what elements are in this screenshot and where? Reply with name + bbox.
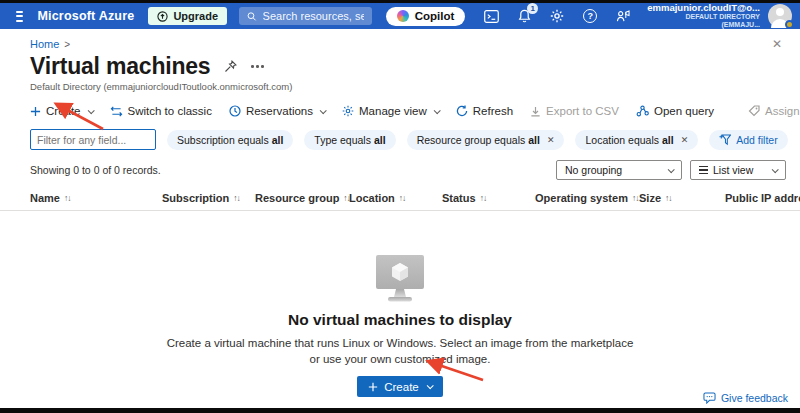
add-filter-icon <box>719 134 731 146</box>
open-query-button[interactable]: Open query <box>636 105 714 117</box>
remove-filter-icon[interactable]: ✕ <box>681 135 689 145</box>
empty-state-title: No virtual machines to display <box>288 311 512 329</box>
notifications-bell-icon[interactable]: 1 <box>516 8 532 24</box>
close-icon[interactable]: ✕ <box>768 37 786 51</box>
plus-icon <box>368 382 378 392</box>
gear-icon <box>342 105 354 117</box>
column-header-location[interactable]: Location↑↓ <box>349 192 442 204</box>
clock-icon <box>229 105 241 117</box>
azure-top-bar: Microsoft Azure Upgrade Copilot 1 ? <box>0 3 800 29</box>
chevron-down-icon <box>668 166 675 173</box>
refresh-button[interactable]: Refresh <box>456 105 513 117</box>
sort-icon: ↑↓ <box>665 193 672 203</box>
create-vm-button[interactable]: Create <box>357 376 443 397</box>
switch-icon <box>110 106 123 117</box>
hamburger-menu-icon[interactable] <box>16 11 23 22</box>
column-header-size[interactable]: Size↑↓ <box>639 192 725 204</box>
filter-pill-subscription[interactable]: Subscription equalsall <box>167 130 293 150</box>
account-menu[interactable]: emmajunior.cloudIT@o... DEFAULT DIRECTOR… <box>647 3 760 30</box>
manage-view-label: Manage view <box>359 105 427 117</box>
title-more-icon[interactable] <box>251 65 264 68</box>
azure-portal-window: Microsoft Azure Upgrade Copilot 1 ? <box>0 0 800 413</box>
upgrade-button[interactable]: Upgrade <box>148 7 227 25</box>
topbar-icon-group: 1 ? <box>483 8 631 24</box>
brand-title[interactable]: Microsoft Azure <box>37 9 134 23</box>
column-header-operating-system[interactable]: Operating system↑↓ <box>535 192 639 204</box>
upgrade-label: Upgrade <box>173 10 218 22</box>
reservations-label: Reservations <box>246 105 313 117</box>
page-title: Virtual machines <box>30 53 210 80</box>
column-header-subscription[interactable]: Subscription↑↓ <box>162 192 255 204</box>
remove-filter-icon[interactable]: ✕ <box>547 135 555 145</box>
give-feedback-button[interactable]: Give feedback <box>703 392 788 404</box>
add-filter-button[interactable]: Add filter <box>709 130 787 150</box>
assign-tags-label: Assign tags <box>765 105 800 117</box>
assign-tags-button[interactable]: Assign tags <box>748 105 800 117</box>
create-label: Create <box>46 105 81 117</box>
sort-icon: ↑↓ <box>632 193 639 203</box>
list-view-icon <box>699 166 708 175</box>
window-bottom-edge <box>0 408 800 413</box>
manage-view-button[interactable]: Manage view <box>342 105 439 117</box>
breadcrumb-home-link[interactable]: Home <box>30 38 59 50</box>
grouping-value: No grouping <box>565 164 622 176</box>
command-bar: Create Switch to classic Reservations Ma… <box>0 92 800 118</box>
export-to-csv-label: Export to CSV <box>546 105 619 117</box>
filter-bar: Subscription equalsall Type equalsall Re… <box>0 118 800 150</box>
chevron-down-icon <box>87 107 94 114</box>
reservations-button[interactable]: Reservations <box>229 105 325 117</box>
filter-input[interactable] <box>30 129 156 150</box>
chevron-down-icon <box>426 382 433 389</box>
account-email: emmajunior.cloudIT@o... <box>647 3 760 14</box>
tag-icon <box>748 105 760 117</box>
upgrade-arrow-icon <box>157 11 168 22</box>
notification-count-badge: 1 <box>527 3 538 14</box>
feedback-bubble-icon <box>703 392 716 404</box>
view-value: List view <box>713 164 753 176</box>
records-summary: Showing 0 to 0 of 0 records. <box>30 164 161 176</box>
column-header-resource-group[interactable]: Resource group↑↓ <box>255 192 349 204</box>
filter-pill-type[interactable]: Type equalsall <box>304 130 395 150</box>
pin-icon[interactable] <box>224 60 237 73</box>
global-search[interactable] <box>239 7 372 25</box>
copilot-button[interactable]: Copilot <box>386 7 466 26</box>
view-select[interactable]: List view <box>690 160 786 180</box>
refresh-icon <box>456 105 468 117</box>
export-to-csv-button[interactable]: Export to CSV <box>530 105 619 117</box>
column-header-public-ip[interactable]: Public IP address↑↓ <box>725 192 800 204</box>
column-header-name[interactable]: Name↑↓ <box>30 192 162 204</box>
feedback-icon[interactable] <box>615 8 631 24</box>
filter-pill-location[interactable]: Location equalsall ✕ <box>575 130 698 150</box>
table-header-row: Name↑↓ Subscription↑↓ Resource group↑↓ L… <box>0 180 800 211</box>
sort-icon: ↑↓ <box>399 193 406 203</box>
copilot-icon <box>397 10 409 22</box>
filter-pill-resource-group[interactable]: Resource group equalsall ✕ <box>407 130 565 150</box>
add-filter-label: Add filter <box>736 134 777 146</box>
records-row: Showing 0 to 0 of 0 records. No grouping… <box>0 150 800 180</box>
switch-to-classic-label: Switch to classic <box>128 105 212 117</box>
grouping-select[interactable]: No grouping <box>556 160 682 180</box>
virtual-machine-monitor-icon <box>373 255 427 303</box>
chevron-down-icon <box>320 107 327 114</box>
avatar[interactable] <box>768 4 792 28</box>
switch-to-classic-button[interactable]: Switch to classic <box>110 105 212 117</box>
empty-state: No virtual machines to display Create a … <box>0 255 800 413</box>
open-query-label: Open query <box>654 105 714 117</box>
breadcrumb-separator: > <box>64 39 70 50</box>
search-input[interactable] <box>263 10 364 22</box>
settings-gear-icon[interactable] <box>549 8 565 24</box>
help-glyph: ? <box>583 9 597 23</box>
chevron-down-icon <box>433 107 440 114</box>
page-subtitle: Default Directory (emmajuniorcloudIToutl… <box>0 80 800 92</box>
copilot-label: Copilot <box>415 10 455 22</box>
create-vm-label: Create <box>384 381 419 393</box>
create-button[interactable]: Create <box>30 105 93 117</box>
account-directory: DEFAULT DIRECTORY (EMMAJU... <box>647 13 760 29</box>
sort-icon: ↑↓ <box>64 193 71 203</box>
cloud-shell-icon[interactable] <box>483 8 499 24</box>
help-icon[interactable]: ? <box>582 8 598 24</box>
refresh-label: Refresh <box>473 105 513 117</box>
sort-icon: ↑↓ <box>480 193 487 203</box>
column-header-status[interactable]: Status↑↓ <box>442 192 535 204</box>
chevron-down-icon <box>772 166 779 173</box>
